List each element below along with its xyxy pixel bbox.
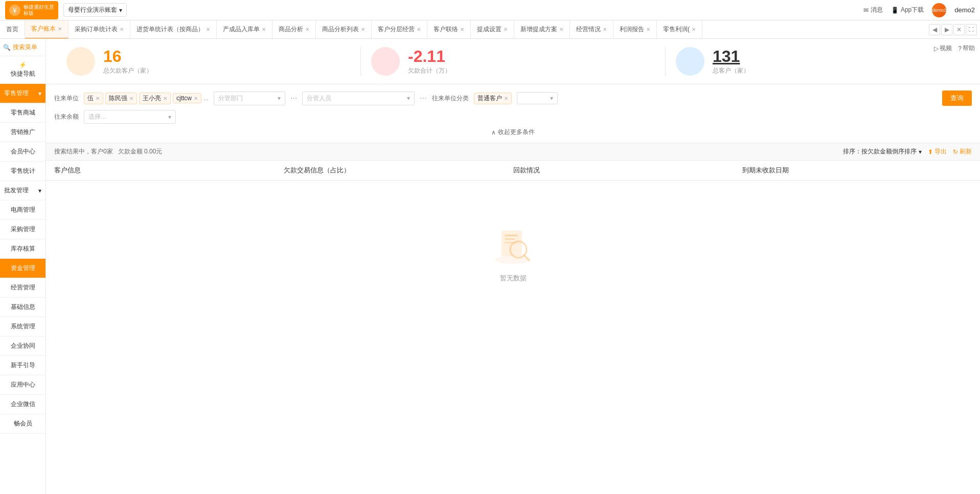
stat-label-clients: 总客户（家） (713, 66, 749, 75)
unit-category-label: 往来单位分类 (432, 94, 469, 103)
refresh-button[interactable]: ↻ 刷新 (953, 147, 972, 156)
cat-tag-1[interactable]: 普通客户 ✕ (474, 93, 512, 104)
stat-card-clients: ▦ 131 总客户（家） (666, 47, 970, 76)
nav-prev-button[interactable]: ◀ (929, 24, 940, 35)
stat-label-customers: 总欠款客户（家） (103, 66, 152, 75)
sidebar-item-sys-mgmt[interactable]: 系统管理 (0, 317, 45, 336)
results-sort[interactable]: 排序：按欠款金额倒序排序 ▾ (843, 147, 922, 156)
tab-customer-ops[interactable]: 客户分层经营 ✕ (372, 20, 427, 39)
remove-tag-2[interactable]: ✕ (129, 96, 133, 101)
remove-tag-4[interactable]: ✕ (194, 96, 198, 101)
sidebar-item-ecommerce[interactable]: 电商管理 (0, 200, 45, 220)
tab-achieve-settings-close[interactable]: ✕ (504, 27, 508, 32)
collapse-up-icon: ∧ (491, 129, 496, 136)
tab-profit-report-close[interactable]: ✕ (646, 27, 650, 32)
filter-tag-4[interactable]: cjttcw ✕ (173, 93, 201, 103)
unit-label: 往来单位 (54, 94, 79, 103)
sidebar-item-enterprise-collab[interactable]: 企业协同 (0, 336, 45, 356)
tab-stock-stats[interactable]: 进货单统计表（按商品） ✕ (130, 20, 217, 39)
stats-actions: ▷ 视频 ? 帮助 (934, 44, 975, 53)
data-table: 客户信息 欠款交易信息（占比） 回款情况 到期未收款日期 (46, 161, 980, 494)
tab-retail-profit[interactable]: 零售利润( ✕ (657, 20, 702, 39)
dept-selector[interactable]: 分管部门 ▾ (214, 92, 285, 105)
tab-stock-close[interactable]: ✕ (206, 27, 210, 32)
table-empty: 暂无数据 (46, 181, 980, 324)
sidebar-item-retail-mgmt[interactable]: 零售管理 ▾ (0, 84, 45, 103)
sidebar-item-quick-nav[interactable]: ⚡ 快捷导航 (0, 56, 45, 84)
tab-achieve-settings[interactable]: 提成设置 ✕ (471, 20, 514, 39)
tab-accounts[interactable]: 客户账本 ✕ (25, 20, 69, 39)
category-dropdown[interactable]: ▾ (517, 92, 558, 104)
collapse-button[interactable]: ∧ 收起更多条件 (54, 128, 972, 137)
industry-selector[interactable]: 母婴行业演示账套 ▾ (63, 3, 127, 17)
filter-more[interactable]: ... (203, 95, 209, 102)
sidebar: 🔍 搜索菜单 ⚡ 快捷导航 零售管理 ▾ 零售商城 营销推广 会员中心 零售统计… (0, 39, 46, 494)
tab-analysis-close[interactable]: ✕ (305, 27, 309, 32)
filter-tag-3[interactable]: 王小亮 ✕ (139, 93, 171, 104)
sidebar-item-members[interactable]: 会员中心 (0, 142, 45, 162)
filter-tag-2[interactable]: 陈民强 ✕ (105, 93, 137, 104)
sidebar-item-app-center[interactable]: 应用中心 (0, 375, 45, 395)
search-button[interactable]: 查询 (942, 91, 972, 106)
col-repayment: 回款情况 (513, 166, 743, 175)
nav-expand-button[interactable]: ⛶ (966, 24, 977, 35)
export-button[interactable]: ⬆ 导出 (928, 147, 947, 156)
sidebar-item-inventory[interactable]: 库存核算 (0, 239, 45, 259)
sidebar-item-ops[interactable]: 经营管理 (0, 278, 45, 298)
stats-panel: ¥ 16 总欠款客户（家） ✦ -2.11 欠款合计（万） (46, 39, 980, 84)
remove-cat-1[interactable]: ✕ (504, 96, 508, 101)
chevron-down-icon: ▾ (119, 7, 122, 14)
help-btn[interactable]: ? 帮助 (958, 44, 975, 53)
app-download-button[interactable]: 📱 App下载 (891, 6, 924, 14)
tab-home[interactable]: 首页 (0, 20, 25, 39)
stat-number-customers: 16 (103, 48, 152, 64)
stat-number-debt: -2.11 (408, 48, 451, 64)
tab-retail-profit-close[interactable]: ✕ (692, 27, 696, 32)
sidebar-item-new-user[interactable]: 新手引导 (0, 356, 45, 375)
tab-customer-contact[interactable]: 客户联络 ✕ (427, 20, 471, 39)
stat-icon-debt: ✦ (371, 47, 400, 76)
filter-tag-1[interactable]: 伍 ✕ (84, 93, 103, 104)
nav-close-all-button[interactable]: ✕ (953, 24, 965, 35)
tab-analysis-list[interactable]: 商品分析列表 ✕ (316, 20, 372, 39)
sidebar-item-purchase[interactable]: 采购管理 (0, 220, 45, 239)
balance-selector[interactable]: 选择... ▾ (84, 110, 176, 124)
tab-analysis[interactable]: 商品分析 ✕ (272, 20, 316, 39)
tab-new-achieve[interactable]: 新增提成方案 ✕ (514, 20, 570, 39)
tab-analysis-list-close[interactable]: ✕ (361, 27, 365, 32)
download-icon: 📱 (891, 7, 899, 14)
col-overdue-date: 到期未收款日期 (742, 166, 972, 175)
tab-purchase-close[interactable]: ✕ (120, 27, 124, 32)
tab-biz-status[interactable]: 经营情况 ✕ (570, 20, 613, 39)
tab-profit-report[interactable]: 利润报告 ✕ (613, 20, 657, 39)
tab-accounts-close[interactable]: ✕ (58, 26, 62, 32)
tab-production-close[interactable]: ✕ (262, 27, 266, 32)
sidebar-item-basics[interactable]: 基础信息 (0, 298, 45, 317)
tab-biz-status-close[interactable]: ✕ (603, 27, 607, 32)
nav-tabs: 首页 客户账本 ✕ 采购订单统计表 ✕ 进货单统计表（按商品） ✕ 产成品入库单… (0, 20, 980, 39)
nav-next-button[interactable]: ▶ (941, 24, 952, 35)
tab-production[interactable]: 产成品入库单 ✕ (217, 20, 272, 39)
remove-tag-1[interactable]: ✕ (96, 96, 100, 101)
results-summary: 搜索结果中，客户0家 (54, 147, 113, 156)
user-avatar[interactable]: demo2 (932, 3, 946, 17)
sidebar-item-member-plus[interactable]: 畅会员 (0, 414, 45, 434)
person-selector[interactable]: 分管人员 ▾ (302, 92, 415, 105)
logo-icon: ¥ (9, 5, 20, 16)
messages-button[interactable]: ✉ 消息 (863, 6, 883, 14)
sidebar-item-finance[interactable]: 资金管理 (0, 259, 45, 278)
remove-tag-3[interactable]: ✕ (163, 96, 167, 101)
sidebar-item-retail-stats[interactable]: 零售统计 (0, 162, 45, 181)
tab-customer-ops-close[interactable]: ✕ (417, 27, 421, 32)
person-dots[interactable]: ··· (420, 94, 426, 103)
sidebar-item-retail-mall[interactable]: 零售商城 (0, 103, 45, 123)
tab-customer-contact-close[interactable]: ✕ (460, 27, 464, 32)
tab-new-achieve-close[interactable]: ✕ (559, 27, 563, 32)
sidebar-item-enterprise-wechat[interactable]: 企业微信 (0, 395, 45, 414)
tab-purchase-orders[interactable]: 采购订单统计表 ✕ (69, 20, 130, 39)
sidebar-item-marketing[interactable]: 营销推广 (0, 123, 45, 142)
video-btn[interactable]: ▷ 视频 (934, 44, 952, 53)
sidebar-item-wholesale-mgmt[interactable]: 批发管理 ▾ (0, 181, 45, 200)
dept-dots[interactable]: ··· (290, 94, 297, 103)
sidebar-search[interactable]: 🔍 搜索菜单 (0, 39, 45, 56)
